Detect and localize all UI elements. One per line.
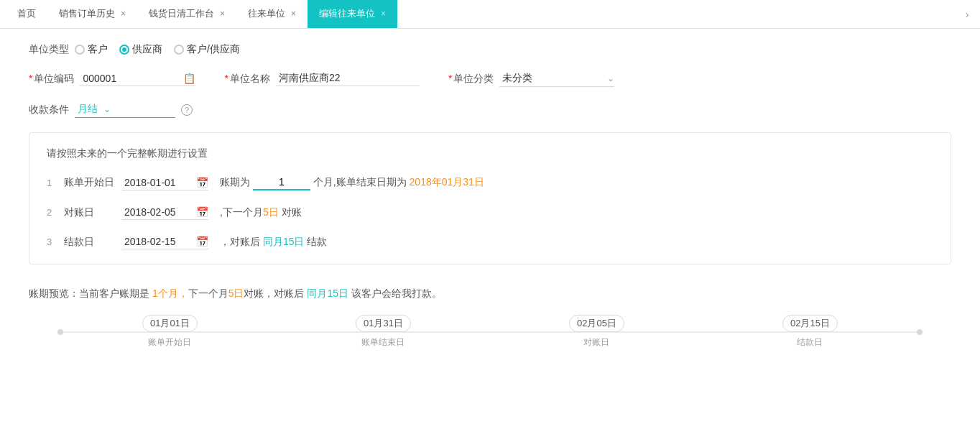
radio-both-label: 客户/供应商	[187, 43, 240, 56]
unit-code-label: *单位编码	[29, 73, 74, 86]
unit-category-group: *单位分类 未分类 ⌄	[448, 70, 614, 87]
radio-customer-label: 客户	[88, 43, 108, 56]
reconcile-day-highlight: 5日	[263, 206, 279, 218]
main-content: 单位类型 客户 供应商 客户/供应商 *单位编码	[0, 29, 980, 437]
tab-edit-partner-close[interactable]: ×	[381, 9, 386, 19]
timeline-label-2: 01月31日	[356, 315, 411, 332]
setting-date-input-1[interactable]	[121, 175, 193, 190]
setting-label-2: 对账日	[64, 206, 121, 219]
unit-info-row: *单位编码 📋 *单位名称 *单位分类 未分类 ⌄	[29, 70, 951, 87]
setting-date-3: 📅	[121, 234, 208, 249]
setting-num-3: 3	[47, 236, 64, 247]
setting-row-3: 3 结款日 📅 ，对账后 同月15日 结款	[47, 234, 933, 249]
preview-text: 账期预览：当前客户账期是 1个月，下一个月5日对账，对账后 同月15日 该客户会…	[29, 288, 951, 300]
payment-condition-arrow[interactable]: ⌄	[103, 104, 111, 114]
timeline-sublabel-1: 账单开始日	[148, 336, 191, 349]
payment-condition-value: 月结	[75, 101, 101, 117]
timeline-sublabel-2: 账单结束日	[361, 336, 405, 349]
timeline-label-3: 02月05日	[569, 315, 624, 332]
tab-cash-workbench[interactable]: 钱货日清工作台 ×	[137, 0, 236, 28]
timeline-points: 01月01日 账单开始日 01月31日 账单结束日 02月05日 对账日 02月…	[63, 315, 917, 349]
tab-home[interactable]: 首页	[6, 0, 47, 28]
end-date-highlight: 2018年01月31日	[410, 176, 484, 188]
unit-code-input[interactable]	[80, 71, 180, 86]
timeline-point-3: 02月05日 对账日	[569, 315, 624, 349]
tab-sales-order-history-label: 销售订单历史	[59, 7, 115, 20]
payment-condition-row: 收款条件 月结 ⌄ ?	[29, 101, 951, 118]
tab-partner-units[interactable]: 往来单位 ×	[236, 0, 308, 28]
calendar-icon-1[interactable]: 📅	[196, 177, 208, 188]
preview-reconcile: 5日	[228, 288, 244, 299]
tab-bar: 首页 销售订单历史 × 钱货日清工作台 × 往来单位 × 编辑往来单位 × ›	[0, 0, 980, 29]
payment-condition-group: 收款条件 月结 ⌄ ?	[29, 101, 193, 118]
timeline-point-1: 01月01日 账单开始日	[142, 315, 198, 349]
unit-category-label: *单位分类	[448, 73, 494, 86]
unit-type-radio-group: 客户 供应商 客户/供应商	[75, 43, 240, 56]
unit-name-group: *单位名称	[224, 71, 419, 86]
radio-both-circle	[174, 45, 184, 55]
unit-name-label: *单位名称	[224, 73, 269, 86]
radio-supplier-label: 供应商	[132, 43, 162, 56]
setting-date-input-3[interactable]	[121, 234, 193, 249]
unit-code-group: *单位编码 📋	[29, 71, 195, 86]
tab-sales-order-history-close[interactable]: ×	[121, 9, 126, 19]
timeline-label-4: 02月15日	[782, 315, 838, 332]
unit-code-input-wrapper: 📋	[80, 71, 195, 86]
tab-cash-workbench-close[interactable]: ×	[220, 9, 225, 19]
setting-date-1: 📅	[121, 175, 208, 190]
timeline-sublabel-3: 对账日	[583, 336, 609, 349]
setting-num-2: 2	[47, 207, 64, 218]
tab-cash-workbench-label: 钱货日清工作台	[149, 7, 214, 20]
preview-payment: 同月15日	[307, 288, 348, 299]
payment-day-highlight: 同月15日	[263, 236, 305, 247]
unit-type-group: 单位类型 客户 供应商 客户/供应商	[29, 43, 240, 56]
unit-code-icon[interactable]: 📋	[183, 73, 195, 84]
radio-customer-circle	[75, 45, 85, 55]
setting-row-1: 1 账单开始日 📅 账期为 个月,账单结束日期为 2018年01月31日	[47, 175, 933, 190]
setting-desc-2: ,下一个月5日 对账	[220, 206, 302, 219]
timeline-point-4: 02月15日 结款日	[782, 315, 838, 349]
setting-label-3: 结款日	[64, 236, 121, 249]
timeline-label-1: 01月01日	[142, 315, 198, 332]
calendar-icon-2[interactable]: 📅	[196, 206, 208, 218]
radio-supplier-circle	[119, 45, 129, 55]
preview-period: 1个月，	[152, 288, 188, 299]
preview-section: 账期预览：当前客户账期是 1个月，下一个月5日对账，对账后 同月15日 该客户会…	[29, 276, 951, 360]
radio-customer[interactable]: 客户	[75, 43, 108, 56]
setting-desc-3: ，对账后 同月15日 结款	[220, 236, 327, 249]
unit-type-label: 单位类型	[29, 43, 69, 56]
setting-num-1: 1	[47, 178, 64, 188]
tab-home-label: 首页	[17, 7, 36, 20]
tab-edit-partner[interactable]: 编辑往来单位 ×	[308, 0, 397, 28]
period-input[interactable]	[253, 175, 310, 190]
help-icon[interactable]: ?	[181, 104, 193, 116]
settings-box: 请按照未来的一个完整帐期进行设置 1 账单开始日 📅 账期为 个月,账单结束日期…	[29, 132, 951, 264]
tab-scroll-arrow[interactable]: ›	[960, 0, 974, 28]
payment-condition-select[interactable]: 月结 ⌄	[75, 101, 175, 118]
radio-supplier[interactable]: 供应商	[119, 43, 162, 56]
unit-category-arrow[interactable]: ⌄	[607, 73, 614, 83]
setting-row-2: 2 对账日 📅 ,下一个月5日 对账	[47, 205, 933, 220]
timeline-sublabel-4: 结款日	[797, 336, 823, 349]
payment-condition-label: 收款条件	[29, 104, 69, 116]
unit-category-select[interactable]: 未分类 ⌄	[499, 70, 614, 87]
calendar-icon-3[interactable]: 📅	[196, 236, 208, 247]
unit-name-input[interactable]	[276, 71, 420, 86]
unit-type-row: 单位类型 客户 供应商 客户/供应商	[29, 43, 951, 56]
tab-edit-partner-label: 编辑往来单位	[319, 7, 375, 20]
setting-date-input-2[interactable]	[121, 205, 193, 219]
timeline-start-dot	[57, 329, 63, 335]
timeline: 01月01日 账单开始日 01月31日 账单结束日 02月05日 对账日 02月…	[29, 315, 951, 349]
setting-label-1: 账单开始日	[64, 176, 121, 189]
timeline-end-dot	[917, 329, 923, 335]
timeline-point-2: 01月31日 账单结束日	[356, 315, 411, 349]
radio-both[interactable]: 客户/供应商	[174, 43, 240, 56]
unit-category-value: 未分类	[499, 70, 604, 86]
settings-title: 请按照未来的一个完整帐期进行设置	[47, 147, 933, 160]
setting-date-2: 📅	[121, 205, 208, 220]
tab-partner-units-label: 往来单位	[248, 7, 285, 20]
tab-partner-units-close[interactable]: ×	[291, 9, 296, 19]
setting-desc-1: 账期为 个月,账单结束日期为 2018年01月31日	[220, 175, 484, 190]
tab-sales-order-history[interactable]: 销售订单历史 ×	[47, 0, 137, 28]
